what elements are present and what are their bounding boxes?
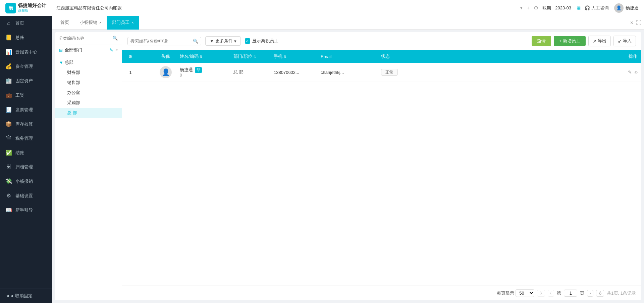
toolbar-right: 邀请 + 新增员工 ↗ 导出 ↙ 导入 [532, 36, 636, 46]
page-total: 共1页, 1条记录 [607, 290, 636, 296]
settings-col-icon: ⚙ [128, 54, 132, 59]
sidebar-item-ledger[interactable]: 📒 总账 [0, 30, 52, 45]
th-name[interactable]: 姓名/编码 ⇅ [176, 50, 229, 63]
emp-code: 0 [180, 73, 225, 78]
dept-grid-icon: ⊞ [59, 48, 63, 53]
add-company-btn[interactable]: + [527, 5, 530, 11]
dept-bangongshi-label: 办公室 [67, 90, 80, 96]
content-area: 首页 小畅报销 × 部门员工 × × ⛶ 🔍 [52, 16, 644, 303]
sidebar-item-checkout[interactable]: ✅ 结账 [0, 145, 52, 160]
last-page-button[interactable]: ⟩⟩ [596, 290, 604, 297]
per-page-dropdown[interactable]: 50 100 200 [516, 289, 534, 297]
pagination: 每页显示 50 100 200 ⟨⟨ ⟨ 第 页 ⟩ ⟩⟩ 共1页, 1条记录 [122, 286, 641, 300]
sidebar-item-funds[interactable]: 💰 资金管理 [0, 59, 52, 74]
dept-xiaoshoubu-label: 销售部 [67, 80, 80, 86]
dept-tree-item-caigoubu[interactable]: 采购部 [55, 98, 122, 108]
dept-tree-item-bangongshi[interactable]: 办公室 [55, 88, 122, 98]
sidebar-item-assets[interactable]: 🏢 固定资产 [0, 74, 52, 88]
guide-icon: 📖 [5, 207, 12, 213]
td-phone: 138070602... [270, 63, 317, 82]
company-name: 江西服宝精品有限责任公司内账张 [56, 5, 516, 11]
dept-tree-item-xiaoshoubu[interactable]: 销售部 [55, 78, 122, 88]
tab-bumenyuangong-close-icon[interactable]: × [131, 20, 133, 25]
app-edition: 旗舰版 [18, 8, 46, 13]
add-employee-button[interactable]: + 新增员工 [554, 36, 586, 46]
sidebar-item-reports[interactable]: 📊 云报表中心 [0, 45, 52, 59]
sidebar-item-xiaochange[interactable]: 💸 小畅报销 [0, 174, 52, 188]
settings-icon[interactable]: ⚙ [534, 5, 538, 11]
sidebar-item-tax[interactable]: 🏛 税务管理 [0, 131, 52, 145]
sidebar-item-settings[interactable]: ⚙ 基础设置 [0, 188, 52, 203]
td-dept: 总 部 [229, 63, 270, 82]
tab-bumenyuangong[interactable]: 部门员工 × [107, 16, 139, 30]
first-page-button[interactable]: ⟨⟨ [537, 290, 545, 297]
sidebar-item-archive[interactable]: 🗄 归档管理 [0, 160, 52, 174]
td-name: 畅捷通 部 0 [176, 63, 229, 82]
sidebar-item-tax-label: 税务管理 [15, 135, 33, 141]
period-value[interactable]: 2023-03 [555, 5, 571, 10]
tab-home[interactable]: 首页 [55, 16, 74, 30]
period-label: 账期 [542, 5, 551, 11]
th-phone[interactable]: 手机 ⇅ [270, 50, 317, 63]
dept-zongbu-label: 总部 [65, 59, 73, 66]
basic-settings-icon: ⚙ [5, 192, 12, 199]
dept-edit-icon[interactable]: ✎ [109, 47, 113, 53]
sidebar-item-inventory[interactable]: 📦 库存核算 [0, 117, 52, 131]
import-button[interactable]: ↙ 导入 [613, 36, 636, 46]
sidebar-item-xiaochange-label: 小畅报销 [15, 178, 33, 184]
tab-xiaochangbaoxiao[interactable]: 小畅报销 × [74, 16, 107, 30]
invite-button[interactable]: 邀请 [532, 36, 551, 46]
app-name: 畅捷通好会计 [18, 3, 46, 8]
sidebar: ⌂ 首页 📒 总账 📊 云报表中心 💰 资金管理 🏢 固定资产 💼 工资 🧾 发… [0, 16, 52, 303]
current-page-input[interactable] [564, 290, 577, 297]
sidebar-item-ledger-label: 总账 [15, 35, 24, 41]
tab-xiaochangbaoxiao-close-icon[interactable]: × [99, 20, 101, 25]
sidebar-item-funds-label: 资金管理 [15, 63, 33, 70]
employee-search-icon[interactable]: 🔍 [193, 39, 198, 44]
sidebar-item-home[interactable]: ⌂ 首页 [0, 16, 52, 30]
filter-label: 更多条件 [215, 38, 233, 44]
logout-employee-button[interactable]: ⎋ [635, 70, 637, 75]
sidebar-item-guide[interactable]: 📖 新手引导 [0, 203, 52, 217]
next-page-button[interactable]: ⟩ [587, 290, 593, 297]
tab-xiaochangbaoxiao-label: 小畅报销 [80, 19, 97, 26]
dept-tree-item-zongbu[interactable]: ▼ 总部 [55, 57, 122, 68]
show-resigned-checkbox[interactable]: ✓ [245, 38, 250, 44]
dept-caigoubu-label: 采购部 [67, 100, 80, 106]
dept-panel: 🔍 ⊞ 全部部门 ✎ « ▼ 总部 财务部 [55, 32, 122, 300]
td-status: 正常 [377, 63, 411, 82]
filter-more-button[interactable]: ▼ 更多条件 ▾ [205, 36, 241, 46]
sidebar-unpin-button[interactable]: ◄◄ 取消固定 [0, 289, 52, 303]
sidebar-item-salary[interactable]: 💼 工资 [0, 88, 52, 102]
dept-tree-item-zongbu2[interactable]: 总 部 [55, 108, 122, 118]
tab-expand-button[interactable]: ⛶ [636, 20, 641, 26]
dept-search-icon[interactable]: 🔍 [112, 36, 118, 41]
tab-home-label: 首页 [60, 19, 69, 26]
dept-tree-item-caiwubu[interactable]: 财务部 [55, 68, 122, 78]
dept-sort-icon: ⇅ [253, 55, 256, 58]
dept-collapse-icon[interactable]: « [115, 48, 118, 52]
dept-search-input[interactable] [59, 36, 110, 41]
dept-badge: 部 [195, 67, 202, 73]
edit-employee-button[interactable]: ✎ [628, 70, 632, 75]
sidebar-item-settings-label: 基础设置 [15, 193, 33, 199]
salary-icon: 💼 [5, 92, 12, 98]
prev-page-button[interactable]: ⟨ [548, 290, 554, 297]
consult-button[interactable]: 🎧 人工咨询 [585, 5, 609, 11]
employee-name: 畅捷通 [180, 67, 193, 73]
user-area[interactable]: 👤 畅捷通 [614, 3, 639, 13]
avatar-circle: 👤 [160, 66, 172, 78]
tab-close-all-button[interactable]: × [630, 20, 633, 26]
avatar-placeholder: 👤 [616, 5, 622, 10]
dropdown-arrow-icon[interactable]: ▾ [520, 5, 523, 10]
th-settings[interactable]: ⚙ [122, 50, 139, 63]
home-icon: ⌂ [5, 20, 12, 26]
export-button[interactable]: ↗ 导出 [588, 36, 611, 46]
sidebar-item-invoice[interactable]: 🧾 发票管理 [0, 102, 52, 117]
filter-dropdown-icon: ▾ [234, 39, 236, 44]
th-dept[interactable]: 部门/职位 ⇅ [229, 50, 270, 63]
employee-toolbar: 🔍 ▼ 更多条件 ▾ ✓ 显示离职员工 邀请 + 新增员工 [122, 32, 641, 50]
employee-search-input[interactable] [130, 39, 191, 44]
employee-table-container: ⚙ 头像 姓名/编码 ⇅ [122, 50, 641, 286]
calendar-icon[interactable]: ▦ [577, 5, 581, 10]
